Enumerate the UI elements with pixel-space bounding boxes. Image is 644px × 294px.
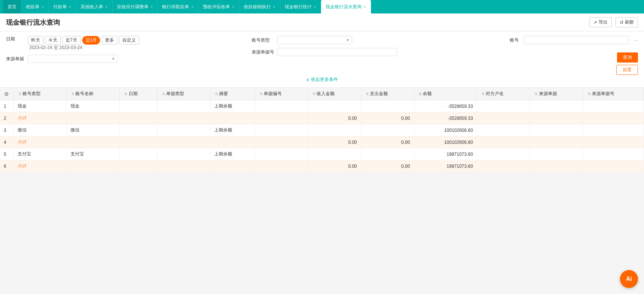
nav-item-shoukuan[interactable]: 收款单 ×: [21, 0, 49, 13]
col-sort-icon: ⇅: [366, 92, 369, 96]
col-summary[interactable]: ⇅ 摘要: [210, 88, 255, 100]
close-icon[interactable]: ×: [314, 5, 316, 9]
chevron-down-icon: ▾: [112, 56, 114, 61]
close-icon[interactable]: ×: [151, 5, 153, 9]
nav-item-bank-deposit[interactable]: 银行存取款单 ×: [158, 0, 198, 13]
col-sort-icon: ⇅: [534, 92, 537, 96]
refresh-button[interactable]: ↺ 刷新: [615, 17, 638, 27]
account-label: 账号: [510, 37, 521, 43]
more-options-icon[interactable]: ···: [633, 37, 638, 43]
col-sort-icon: ⇅: [419, 92, 422, 96]
account-input[interactable]: [524, 36, 629, 44]
top-nav: 首页 收款单 × 付款单 × 其他收入单 × 应收应付调整单 × 银行存取款单 …: [0, 0, 644, 13]
col-doc-no[interactable]: ⇅ 单据编号: [255, 88, 308, 100]
nav-item-verification[interactable]: 收款核销执行 ×: [239, 0, 280, 13]
nav-label: 付款单: [53, 4, 67, 10]
source-doc-select[interactable]: ▾: [28, 55, 118, 63]
col-sort-icon: ⇅: [482, 92, 485, 96]
close-icon[interactable]: ×: [105, 5, 108, 9]
nav-label: 预收冲应收单: [203, 4, 230, 10]
nav-item-fukuan[interactable]: 付款单 ×: [49, 0, 76, 13]
nav-label: 应收应付调整单: [117, 4, 149, 10]
date-btn-1month[interactable]: 近1月: [82, 36, 101, 45]
nav-home[interactable]: 首页: [3, 0, 21, 13]
nav-item-adjustment[interactable]: 应收应付调整单 ×: [113, 0, 158, 13]
col-date[interactable]: ⇅ 日期: [120, 88, 157, 100]
export-button[interactable]: ↗ 导出: [589, 17, 612, 27]
date-range: 2023-02-24 至 2023-03-24: [29, 45, 139, 51]
chevron-down-icon: ▾: [347, 37, 349, 43]
nav-item-statistics[interactable]: 现金银行统计 ×: [280, 0, 321, 13]
nav-label: 收款单: [26, 4, 39, 10]
col-doc-type[interactable]: ⇅ 单据类型: [157, 88, 210, 100]
col-sort-icon: ⇅: [124, 92, 127, 96]
refresh-label: 刷新: [625, 19, 634, 25]
col-sort-icon: ⇅: [18, 92, 21, 96]
date-btn-yesterday[interactable]: 昨天: [28, 36, 44, 45]
col-account-type[interactable]: ⇅ 账号类型: [14, 88, 66, 100]
col-expense[interactable]: ⇅ 支出金额: [361, 88, 414, 100]
nav-label: 收款核销执行: [244, 4, 271, 10]
col-counterpart[interactable]: ⇅ 对方户名: [477, 88, 530, 100]
date-label: 日期: [6, 36, 25, 42]
gear-icon[interactable]: ⚙: [4, 91, 9, 97]
date-btn-custom[interactable]: 自定义: [119, 36, 139, 45]
col-sort-icon: ⇅: [260, 92, 263, 96]
nav-home-label: 首页: [8, 4, 17, 10]
refresh-icon: ↺: [620, 20, 623, 25]
close-icon[interactable]: ×: [42, 5, 44, 9]
col-sort-icon: ⇅: [588, 92, 591, 96]
collapse-label: 收起更多条件: [311, 76, 338, 83]
date-btn-today[interactable]: 今天: [45, 36, 61, 45]
table-container: ⚙ ⇅ 账号类型 ⇅ 账号名称 ⇅ 日期 ⇅ 单据类型 ⇅ 摘要: [0, 88, 644, 172]
table-row: 5支付宝支付宝上期余额19871073.60: [0, 148, 644, 160]
filter-area: 日期 昨天 今天 近7天 近1月 更多 自定义 2023-02-24 至 202…: [0, 31, 644, 88]
source-doc-num-label: 来源单据号: [252, 49, 274, 55]
close-icon[interactable]: ×: [69, 5, 71, 9]
nav-label: 现金银行统计: [285, 4, 312, 10]
col-sort-icon: ⇅: [162, 92, 165, 96]
date-btn-7days[interactable]: 近7天: [62, 36, 81, 45]
nav-item-advance[interactable]: 预收冲应收单 ×: [198, 0, 239, 13]
table-row: 4小计0.000.00100102606.60: [0, 136, 644, 148]
close-icon[interactable]: ×: [232, 5, 234, 9]
page-title: 现金银行流水查询: [6, 18, 60, 27]
col-sort-icon: ⇅: [312, 92, 315, 96]
collapse-bar[interactable]: ∧ 收起更多条件: [6, 75, 638, 84]
export-icon: ↗: [593, 20, 597, 25]
nav-label: 银行存取款单: [162, 4, 189, 10]
col-sort-icon: ⇅: [71, 92, 74, 96]
col-source-doc[interactable]: ⇅ 来源单据: [530, 88, 583, 100]
col-sort-icon: ⇅: [215, 92, 218, 96]
table-row: 1现金现金上期余额-3528659.33: [0, 100, 644, 112]
close-icon[interactable]: ×: [191, 5, 194, 9]
account-type-select[interactable]: ▾: [277, 36, 352, 44]
table-row: 6小计0.000.0019871073.60: [0, 160, 644, 172]
col-balance[interactable]: ⇅ 余额: [414, 88, 477, 100]
date-btn-more[interactable]: 更多: [102, 36, 117, 45]
source-doc-label: 来源单据: [6, 56, 25, 62]
query-button[interactable]: 查询: [617, 52, 638, 63]
nav-item-other-income[interactable]: 其他收入单 ×: [76, 0, 113, 13]
settings-button[interactable]: 设置: [616, 65, 638, 75]
col-account-name[interactable]: ⇅ 账号名称: [66, 88, 119, 100]
col-income[interactable]: ⇅ 收入金额: [308, 88, 361, 100]
data-table: ⚙ ⇅ 账号类型 ⇅ 账号名称 ⇅ 日期 ⇅ 单据类型 ⇅ 摘要: [0, 88, 644, 172]
source-doc-num-input[interactable]: [277, 48, 397, 56]
col-source-doc-no[interactable]: ⇅ 来源单据号: [583, 88, 644, 100]
table-row: 2小计0.000.00-3528659.33: [0, 112, 644, 124]
nav-label: 其他收入单: [81, 4, 103, 10]
nav-label: 现金银行流水查询: [326, 4, 362, 10]
table-row: 3微信微信上期余额100102606.60: [0, 124, 644, 136]
account-type-label: 账号类型: [252, 37, 274, 43]
close-icon[interactable]: ×: [364, 5, 366, 9]
export-label: 导出: [599, 19, 608, 25]
chevron-up-icon: ∧: [306, 77, 309, 82]
close-icon[interactable]: ×: [273, 5, 275, 9]
nav-item-cashflow[interactable]: 现金银行流水查询 ×: [321, 0, 371, 13]
col-settings[interactable]: ⚙: [0, 88, 14, 100]
